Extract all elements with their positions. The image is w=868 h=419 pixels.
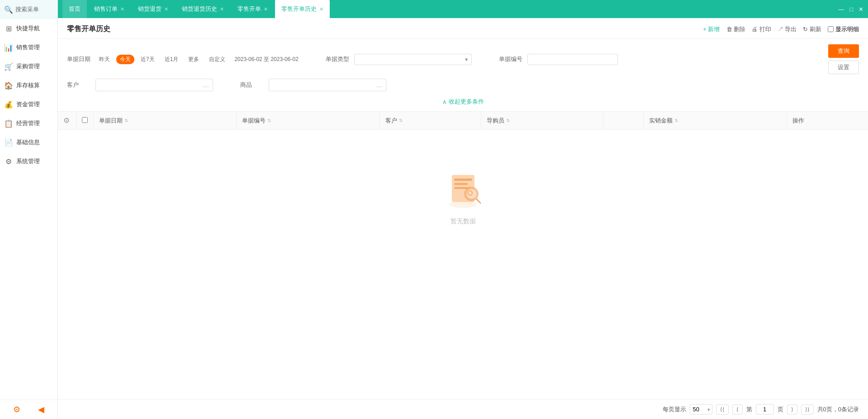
per-page-select[interactable]: 10 20 50 100 [690, 404, 712, 414]
th-amount: 实销金额 ⇅ [644, 112, 787, 130]
collapse-button[interactable]: ∧ 收起更多条件 [442, 98, 484, 106]
tab-bar: 首页 销售订单 ✕ 销货退货 ✕ 销货退货历史 ✕ 零售开单 ✕ 零售开单历史 … [58, 0, 868, 18]
tab-retail-open-history-close[interactable]: ✕ [319, 6, 323, 12]
date-opt-last1m[interactable]: 近1月 [161, 55, 182, 64]
customer-input[interactable] [100, 82, 203, 89]
min-button[interactable]: — [838, 6, 844, 13]
window-controls: — □ ✕ [838, 6, 863, 13]
date-opt-more[interactable]: 更多 [185, 55, 203, 64]
sidebar-item-sales-mgmt[interactable]: 📊 销售管理 [0, 38, 57, 57]
sidebar-item-label: 资金管理 [16, 100, 40, 108]
date-opt-custom[interactable]: 自定义 [205, 55, 229, 64]
finance-icon: 💰 [5, 100, 13, 108]
tab-sales-return-history-close[interactable]: ✕ [220, 6, 224, 12]
purchase-icon: 🛒 [5, 62, 13, 71]
tab-home-label: 首页 [69, 5, 81, 13]
tab-retail-open-history[interactable]: 零售开单历史 ✕ [275, 0, 330, 18]
first-page-btn[interactable]: ⟨⟨ [716, 405, 729, 414]
date-filter-label: 单据日期 [67, 55, 92, 63]
system-icon: ⚙ [5, 157, 13, 165]
tab-sales-order-close[interactable]: ✕ [120, 6, 124, 12]
date-opt-last7[interactable]: 近7天 [137, 55, 158, 64]
th-date-sort[interactable]: 单据日期 ⇅ [99, 117, 231, 125]
sidebar-bottom: ⚙ ◀ [0, 400, 57, 419]
sidebar-search-btn[interactable]: 🔍 搜索采单 [0, 0, 57, 19]
settings-bottom-icon[interactable]: ⚙ [13, 405, 20, 414]
collapse-row: ∧ 收起更多条件 [67, 96, 859, 106]
product-dots-btn[interactable]: ... [376, 81, 382, 89]
tab-retail-open-close[interactable]: ✕ [264, 6, 268, 12]
svg-rect-3 [454, 183, 468, 185]
close-button[interactable]: ✕ [859, 6, 863, 13]
doc-no-group: 单据编号 [499, 54, 618, 65]
sidebar-item-purchase-mgmt[interactable]: 🛒 采购管理 [0, 57, 57, 76]
doc-type-select-wrapper [354, 54, 472, 65]
print-button[interactable]: 🖨 打印 [752, 25, 771, 33]
th-amount-sort[interactable]: 实销金额 ⇅ [649, 117, 781, 125]
page-label: 第 [746, 405, 752, 414]
filter-area: 单据日期 昨天 今天 近7天 近1月 更多 自定义 2023-06-02 至 2… [58, 39, 868, 112]
sort-no-icon: ⇅ [267, 118, 271, 123]
th-salesperson-sort[interactable]: 导购员 ⇅ [487, 117, 598, 125]
prev-page-btn[interactable]: ⟨ [732, 405, 743, 414]
tab-sales-return-history[interactable]: 销货退货历史 ✕ [175, 0, 230, 18]
per-page-label: 每页显示 [663, 405, 686, 414]
th-customer: 客户 ⇅ [379, 112, 481, 130]
tab-sales-order[interactable]: 销售订单 ✕ [88, 0, 131, 18]
sidebar-item-label: 库存核算 [16, 81, 40, 89]
tab-home[interactable]: 首页 [62, 0, 87, 18]
delete-button[interactable]: 🗑 删除 [726, 25, 746, 33]
sidebar-item-basic-info[interactable]: 📄 基础信息 [0, 133, 57, 152]
date-opt-today[interactable]: 今天 [116, 55, 134, 64]
sidebar-item-finance[interactable]: 💰 资金管理 [0, 95, 57, 114]
select-all-checkbox[interactable] [82, 117, 88, 123]
page-suffix: 页 [778, 405, 783, 414]
page-header: 零售开单历史 + 新增 🗑 删除 🖨 打印 ↗ 导出 ↻ 刷新 显示明细 [58, 18, 868, 39]
sidebar-search-label: 搜索采单 [15, 5, 39, 14]
filter-row-2: 客户 ... 商品 ... [67, 79, 859, 91]
sidebar-item-label: 基础信息 [16, 138, 40, 146]
total-text: 共0页，0条记录 [817, 405, 859, 414]
toolbar: + 新增 🗑 删除 🖨 打印 ↗ 导出 ↻ 刷新 显示明细 [703, 25, 859, 33]
tab-sales-return-close[interactable]: ✕ [164, 6, 168, 12]
doc-no-input[interactable] [527, 54, 618, 65]
doc-type-group: 单据类型 [326, 54, 472, 65]
refresh-button[interactable]: ↻ 刷新 [803, 25, 821, 33]
filter-settings-button[interactable]: 设置 [828, 61, 859, 74]
date-filter-group: 单据日期 昨天 今天 近7天 近1月 更多 自定义 2023-06-02 至 2… [67, 55, 299, 64]
product-filter-group: 商品 ... [240, 79, 386, 91]
sidebar-item-operations[interactable]: 📋 经营管理 [0, 114, 57, 133]
sidebar-item-inventory[interactable]: 🏠 库存核算 [0, 76, 57, 95]
th-salesperson: 导购员 ⇅ [481, 112, 603, 130]
collapse-sidebar-icon[interactable]: ◀ [38, 405, 44, 414]
sidebar-item-label: 销售管理 [16, 43, 40, 52]
th-customer-sort[interactable]: 客户 ⇅ [385, 117, 475, 125]
sales-icon: 📊 [5, 43, 13, 52]
table-gear-icon[interactable]: ⚙ [63, 117, 70, 124]
empty-state: 暂无数据 [58, 130, 868, 262]
last-page-btn[interactable]: ⟩⟩ [801, 405, 814, 414]
page-input[interactable] [756, 404, 774, 414]
customer-dots-btn[interactable]: ... [203, 81, 209, 89]
display-detail-label: 显示明细 [835, 25, 859, 33]
next-page-btn[interactable]: ⟩ [787, 405, 797, 414]
sidebar-item-system[interactable]: ⚙ 系统管理 [0, 152, 57, 171]
query-button[interactable]: 查询 [828, 44, 859, 58]
display-detail-checkbox-wrapper[interactable]: 显示明细 [828, 25, 859, 33]
th-no-sort[interactable]: 单据编号 ⇅ [242, 117, 374, 125]
th-checkbox [76, 112, 93, 130]
product-input[interactable] [273, 82, 376, 89]
doc-type-label: 单据类型 [326, 55, 351, 63]
export-button[interactable]: ↗ 导出 [778, 25, 797, 33]
tab-sales-return[interactable]: 销货退货 ✕ [132, 0, 175, 18]
add-button[interactable]: + 新增 [703, 25, 720, 33]
basic-info-icon: 📄 [5, 138, 13, 146]
inventory-icon: 🏠 [5, 81, 13, 89]
tab-retail-open[interactable]: 零售开单 ✕ [231, 0, 274, 18]
max-button[interactable]: □ [849, 6, 853, 13]
display-detail-checkbox[interactable] [828, 26, 834, 32]
pagination: 每页显示 10 20 50 100 ⟨⟨ ⟨ 第 页 ⟩ ⟩⟩ 共0页，0条记录 [58, 399, 868, 419]
doc-type-select[interactable] [354, 54, 472, 65]
sidebar-item-quick-nav[interactable]: ⊞ 快捷导航 [0, 19, 57, 38]
date-opt-yesterday[interactable]: 昨天 [95, 55, 114, 64]
